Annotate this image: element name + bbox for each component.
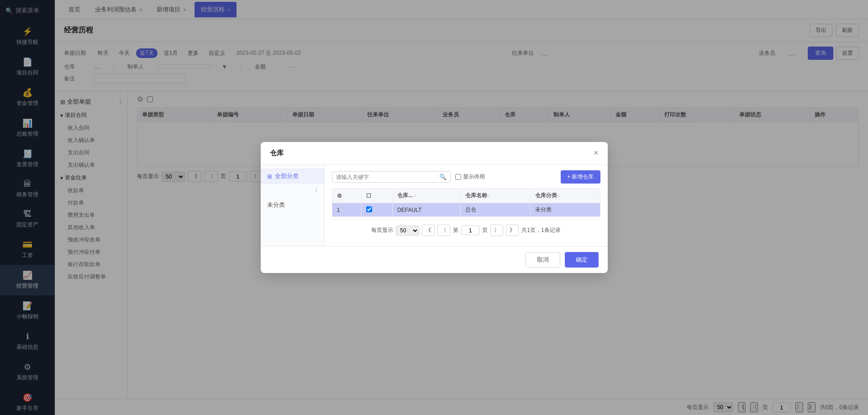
row-name: 总仓 xyxy=(461,203,531,217)
confirm-button[interactable]: 确定 xyxy=(565,252,599,268)
modal-body: ⊞ 全部分类 《 未分类 🔍 xyxy=(261,165,608,246)
modal-col-3: 仓库名称↕ xyxy=(461,189,531,203)
modal-footer: 取消 确定 xyxy=(261,246,608,273)
modal-table: ⚙☐仓库...↕仓库名称↕仓库分类↕ 1 DEFAULT 总仓 未分类 xyxy=(332,188,600,217)
row-checkbox[interactable] xyxy=(366,206,372,212)
modal-last-btn[interactable]: 》 xyxy=(506,225,519,236)
warehouse-modal: 仓库 × ⊞ 全部分类 《 未分类 xyxy=(261,142,608,273)
modal-left-collapse[interactable]: 《 xyxy=(261,184,324,197)
show-disabled-label: 显示停用 xyxy=(463,173,485,181)
modal-next-btn[interactable]: 〉 xyxy=(490,225,503,236)
row-code: DEFAULT xyxy=(393,203,461,217)
modal-per-page-label: 每页显示 xyxy=(371,226,393,234)
modal-prev-btn[interactable]: 〈 xyxy=(437,225,450,236)
modal-page-suffix: 页 xyxy=(482,226,488,234)
row-category: 未分类 xyxy=(530,203,600,217)
modal-table-row[interactable]: 1 DEFAULT 总仓 未分类 xyxy=(332,203,600,217)
modal-right-panel: 🔍 显示停用 + 新增仓库 ⚙☐仓库...↕仓库名称↕仓库分类↕ 1 xyxy=(325,165,608,246)
modal-page-input[interactable] xyxy=(461,226,479,235)
modal-close-button[interactable]: × xyxy=(594,148,599,158)
show-disabled-checkbox-label[interactable]: 显示停用 xyxy=(455,173,485,181)
modal-search-icon: 🔍 xyxy=(439,173,447,180)
modal-col-1[interactable]: ☐ xyxy=(361,189,392,203)
modal-col-0[interactable]: ⚙ xyxy=(332,189,361,203)
modal-col-2: 仓库...↕ xyxy=(393,189,461,203)
modal-search-box: 🔍 xyxy=(332,171,451,183)
add-warehouse-button[interactable]: + 新增仓库 xyxy=(561,170,600,184)
modal-title: 仓库 xyxy=(270,149,284,158)
modal-first-btn[interactable]: 《 xyxy=(422,225,435,236)
modal-page-prefix: 第 xyxy=(453,226,458,234)
grid-icon-modal: ⊞ xyxy=(267,173,272,180)
show-disabled-checkbox[interactable] xyxy=(455,174,461,180)
modal-per-page-select[interactable]: 50 100 xyxy=(396,226,419,236)
modal-col-4: 仓库分类↕ xyxy=(530,189,600,203)
modal-unclassified-label: 未分类 xyxy=(267,201,285,209)
modal-toolbar: 🔍 显示停用 + 新增仓库 xyxy=(332,170,600,184)
modal-unclassified[interactable]: 未分类 xyxy=(261,197,324,213)
row-num: 1 xyxy=(332,203,361,217)
modal-pagination: 每页显示 50 100 《 〈 第 页 〉 》 共1页，1条记录 xyxy=(332,220,600,241)
modal-total-info: 共1页，1条记录 xyxy=(521,226,560,234)
cancel-button[interactable]: 取消 xyxy=(526,252,560,268)
modal-all-label: 全部分类 xyxy=(275,172,299,180)
modal-left-panel: ⊞ 全部分类 《 未分类 xyxy=(261,165,325,246)
modal-header: 仓库 × xyxy=(261,142,608,165)
modal-all-category[interactable]: ⊞ 全部分类 xyxy=(261,168,324,184)
modal-overlay: 仓库 × ⊞ 全部分类 《 未分类 xyxy=(0,0,868,415)
row-checkbox-cell[interactable] xyxy=(361,203,392,217)
modal-search-input[interactable] xyxy=(336,174,439,180)
